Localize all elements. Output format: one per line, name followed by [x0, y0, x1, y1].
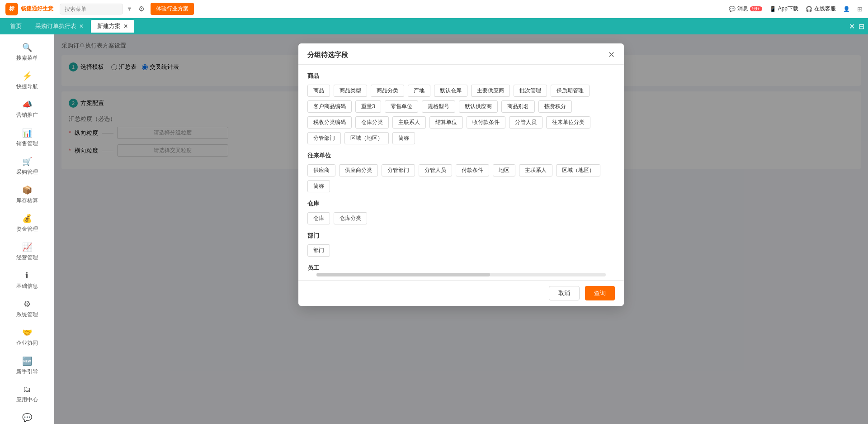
field-tag[interactable]: 客户商品编码	[307, 100, 352, 113]
online-support-item[interactable]: 🎧 在线客服	[806, 5, 836, 13]
close-window-icon[interactable]: ✕	[849, 22, 855, 31]
sidebar-item-system[interactable]: ⚙ 系统管理	[0, 295, 54, 323]
field-tag[interactable]: 付款条件	[456, 164, 489, 176]
sidebar-item-inventory[interactable]: 📦 库存核算	[0, 181, 54, 209]
sidebar-item-marketing[interactable]: 📣 营销推广	[0, 95, 54, 124]
section-employee-title: 员工	[307, 264, 615, 271]
horizontal-scrollbar[interactable]	[316, 273, 606, 276]
appcenter-icon: 🗂	[23, 385, 31, 394]
field-tag[interactable]: 简称	[392, 132, 415, 144]
field-tag[interactable]: 分管人员	[419, 164, 452, 176]
tabbar: 首页 采购订单执行表 ✕ 新建方案 ✕ ✕ ⊟	[0, 18, 868, 34]
tab-home[interactable]: 首页	[4, 20, 28, 33]
search-nav-icon: 🔍	[22, 43, 32, 52]
sales-icon: 📊	[22, 128, 32, 138]
expand-icon[interactable]: ⊞	[857, 5, 863, 13]
field-tag[interactable]: 区域（地区）	[556, 164, 600, 176]
message-item[interactable]: 💬 消息 99+	[729, 5, 762, 13]
basic-icon: ℹ	[25, 271, 28, 281]
modal-header: 分组待选字段 ✕	[298, 43, 624, 65]
logo-icon: 标	[5, 3, 18, 15]
field-tag[interactable]: 主联系人	[519, 164, 552, 176]
sidebar-item-ops[interactable]: 📈 经营管理	[0, 238, 54, 266]
sidebar-item-inventory-label: 库存核算	[16, 197, 38, 205]
sidebar-item-collab[interactable]: 🤝 企业协同	[0, 323, 54, 352]
sidebar-item-purchase[interactable]: 🛒 采购管理	[0, 152, 54, 181]
sidebar-item-sales[interactable]: 📊 销售管理	[0, 124, 54, 152]
field-tag[interactable]: 分管部门	[307, 132, 341, 144]
field-tag[interactable]: 默认仓库	[434, 85, 467, 97]
field-tag[interactable]: 商品分类	[371, 85, 404, 97]
dropdown-arrow-icon[interactable]: ▼	[127, 5, 132, 12]
sidebar-item-finance[interactable]: 💰 资金管理	[0, 209, 54, 238]
sidebar-item-basic[interactable]: ℹ 基础信息	[0, 266, 54, 295]
modal-footer: 取消 查询	[298, 280, 624, 306]
app-download-item[interactable]: 📱 App下载	[769, 5, 798, 13]
app-download-label: App下载	[778, 5, 798, 13]
marketing-icon: 📣	[22, 100, 32, 110]
field-tag[interactable]: 产地	[408, 85, 430, 97]
field-tag[interactable]: 仓库分类	[334, 212, 367, 224]
modal-close-button[interactable]: ✕	[608, 50, 615, 60]
field-tag[interactable]: 供应商分类	[339, 164, 378, 176]
field-tag[interactable]: 简称	[307, 180, 330, 192]
sidebar-item-appcenter-label: 应用中心	[16, 396, 38, 404]
field-tag[interactable]: 仓库	[307, 212, 330, 224]
sidebar-item-guide[interactable]: 🆕 新手引导	[0, 352, 54, 380]
wechat-icon: 💬	[22, 413, 32, 423]
field-tag[interactable]: 税收分类编码	[307, 116, 352, 129]
sidebar-item-ops-label: 经营管理	[16, 254, 38, 262]
field-tag[interactable]: 仓库分类	[355, 116, 389, 129]
sidebar-item-wechat[interactable]: 💬 企业微信	[0, 408, 54, 424]
field-tag[interactable]: 分管部门	[382, 164, 415, 176]
field-tag[interactable]: 商品	[307, 85, 330, 97]
sidebar-item-search[interactable]: 🔍 搜索菜单	[0, 38, 54, 67]
topbar-center: ▼ ⚙ 体验行业方案	[60, 3, 729, 15]
search-input[interactable]	[60, 4, 123, 14]
section-department-title: 部门	[307, 232, 615, 240]
sidebar-item-marketing-label: 营销推广	[16, 111, 38, 119]
sidebar-item-shortcut[interactable]: ⚡ 快捷导航	[0, 67, 54, 95]
tab-home-label: 首页	[10, 22, 22, 30]
confirm-button[interactable]: 查询	[585, 286, 615, 300]
field-tag[interactable]: 区域（地区）	[344, 132, 389, 144]
field-tag[interactable]: 地区	[493, 164, 515, 176]
trial-button[interactable]: 体验行业方案	[151, 3, 194, 15]
tab-purchase-exec-close[interactable]: ✕	[79, 23, 84, 29]
field-tag[interactable]: 拣货积分	[538, 100, 572, 113]
user-icon: 👤	[843, 6, 850, 12]
field-tag[interactable]: 默认供应商	[459, 100, 498, 113]
minimize-icon[interactable]: ⊟	[859, 22, 864, 31]
field-tag[interactable]: 重量3	[355, 100, 381, 113]
cancel-button[interactable]: 取消	[549, 286, 580, 300]
section-department: 部门 部门	[307, 232, 615, 257]
field-tag[interactable]: 结算单位	[429, 116, 463, 129]
shortcut-icon: ⚡	[22, 71, 32, 81]
field-tag[interactable]: 分管人员	[509, 116, 542, 129]
field-tag[interactable]: 供应商	[307, 164, 335, 176]
field-tag[interactable]: 商品类型	[334, 85, 367, 97]
logo-area: 标 畅捷通好生意	[5, 3, 60, 15]
sidebar-item-purchase-label: 采购管理	[16, 168, 38, 176]
topbar-right: 💬 消息 99+ 📱 App下载 🎧 在线客服 👤 ⊞	[729, 5, 863, 13]
field-tag[interactable]: 商品别名	[501, 100, 535, 113]
product-field-grid: 商品 商品类型 商品分类 产地 默认仓库 主要供应商 批次管理 保质期管理 客户…	[307, 85, 615, 144]
field-tag[interactable]: 零售单位	[385, 100, 418, 113]
tab-new-plan[interactable]: 新建方案 ✕	[91, 20, 134, 33]
sidebar-item-appcenter[interactable]: 🗂 应用中心	[0, 380, 54, 408]
settings-icon[interactable]: ⚙	[136, 4, 147, 14]
field-tag[interactable]: 主联系人	[392, 116, 426, 129]
field-tag[interactable]: 保质期管理	[551, 85, 590, 97]
field-tag[interactable]: 主要供应商	[471, 85, 510, 97]
field-tag[interactable]: 规格型号	[422, 100, 455, 113]
user-avatar[interactable]: 👤	[843, 6, 850, 12]
sidebar-item-basic-label: 基础信息	[16, 282, 38, 290]
support-icon: 🎧	[806, 6, 812, 12]
field-tag[interactable]: 收付款条件	[467, 116, 505, 129]
tab-new-plan-close[interactable]: ✕	[123, 23, 128, 29]
field-tag[interactable]: 部门	[307, 244, 330, 257]
tab-purchase-exec[interactable]: 采购订单执行表 ✕	[29, 20, 90, 33]
field-tag[interactable]: 往来单位分类	[546, 116, 590, 129]
layout: 🔍 搜索菜单 ⚡ 快捷导航 📣 营销推广 📊 销售管理 🛒 采购管理 📦 库存核…	[0, 0, 868, 424]
field-tag[interactable]: 批次管理	[514, 85, 547, 97]
